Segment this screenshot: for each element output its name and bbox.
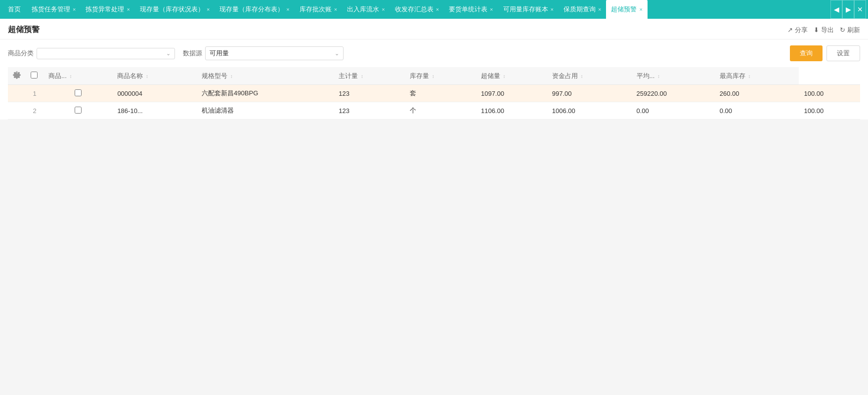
row-gear-1 bbox=[8, 102, 26, 119]
row-product-code-0: 0000004 bbox=[112, 85, 197, 102]
row-product-name-1: 机油滤清器 bbox=[197, 102, 334, 119]
row-unit-0: 套 bbox=[405, 85, 476, 102]
nav-tab-tab-7[interactable]: 收发存汇总表× bbox=[390, 0, 444, 19]
table-container: 商品... ↕ 商品名称 ↕ 规格型号 ↕ 主计量 ↕ bbox=[0, 67, 868, 119]
export-button[interactable]: ⬇ 导出 bbox=[814, 26, 834, 35]
col-header-stock: 库存量 ↕ bbox=[405, 67, 476, 85]
setting-button[interactable]: 设置 bbox=[826, 45, 860, 61]
col-header-max: 最高库存 ↕ bbox=[715, 67, 799, 85]
col-header-over: 超储量 ↕ bbox=[476, 67, 547, 85]
top-nav: 首页 拣货任务管理×拣货异常处理×现存量（库存状况表）×现存量（库存分布表）×库… bbox=[0, 0, 868, 19]
filter-datasource: 数据源 可用量 ⌄ bbox=[183, 46, 344, 60]
col-header-product-name: 商品名称 ↕ bbox=[112, 67, 197, 85]
sort-icon-over[interactable]: ↕ bbox=[503, 74, 506, 79]
nav-tab-tab-11[interactable]: 超储预警× bbox=[606, 0, 647, 19]
action-buttons: 查询 设置 bbox=[790, 45, 860, 61]
close-tab-tab-6[interactable]: × bbox=[382, 6, 385, 12]
sort-icon-product-code[interactable]: ↕ bbox=[69, 74, 72, 79]
data-table: 商品... ↕ 商品名称 ↕ 规格型号 ↕ 主计量 ↕ bbox=[8, 67, 860, 119]
row-product-code-1: 186-10... bbox=[112, 102, 197, 119]
product-category-chevron: ⌄ bbox=[166, 50, 171, 57]
row-product-name-0: 六配套新昌490BPG bbox=[197, 85, 334, 102]
col-header-spec: 规格型号 ↕ bbox=[197, 67, 334, 85]
query-button[interactable]: 查询 bbox=[790, 45, 823, 61]
row-max-1: 100.00 bbox=[799, 102, 860, 119]
col-header-product-code: 商品... ↕ bbox=[43, 67, 112, 85]
row-unit-1: 个 bbox=[405, 102, 476, 119]
col-header-avg: 平均... ↕ bbox=[632, 67, 715, 85]
nav-prev-arrow[interactable]: ◀ bbox=[830, 0, 842, 19]
row-checkbox-cell-1 bbox=[43, 102, 112, 119]
row-avg-1: 0.00 bbox=[715, 102, 799, 119]
nav-tab-tab-3[interactable]: 现存量（库存状况表）× bbox=[135, 0, 215, 19]
close-tab-tab-2[interactable]: × bbox=[127, 6, 130, 12]
nav-home[interactable]: 首页 bbox=[2, 5, 27, 14]
row-avg-0: 260.00 bbox=[715, 85, 799, 102]
refresh-button[interactable]: ↻ 刷新 bbox=[840, 26, 860, 35]
sort-icon-capital[interactable]: ↕ bbox=[580, 74, 583, 79]
col-gear bbox=[8, 67, 26, 85]
page-title: 超储预警 bbox=[8, 25, 40, 35]
nav-tab-tab-2[interactable]: 拣货异常处理× bbox=[81, 0, 134, 19]
close-tab-tab-11[interactable]: × bbox=[639, 6, 642, 12]
col-header-capital: 资金占用 ↕ bbox=[547, 67, 632, 85]
table-header: 商品... ↕ 商品名称 ↕ 规格型号 ↕ 主计量 ↕ bbox=[8, 67, 860, 85]
nav-next-arrow[interactable]: ▶ bbox=[842, 0, 854, 19]
row-max-0: 100.00 bbox=[799, 85, 860, 102]
close-tab-tab-7[interactable]: × bbox=[436, 6, 439, 12]
row-gear-0 bbox=[8, 85, 26, 102]
nav-tab-tab-6[interactable]: 出入库流水× bbox=[342, 0, 390, 19]
product-category-label: 商品分类 bbox=[8, 49, 34, 58]
sort-icon-stock[interactable]: ↕ bbox=[432, 74, 434, 79]
close-tab-tab-10[interactable]: × bbox=[598, 6, 601, 12]
page-header: 超储预警 ↗ 分享 ⬇ 导出 ↻ 刷新 bbox=[0, 19, 868, 40]
nav-tab-tab-5[interactable]: 库存批次账× bbox=[295, 0, 342, 19]
select-all-checkbox[interactable] bbox=[31, 72, 38, 79]
sort-icon-product-name[interactable]: ↕ bbox=[146, 74, 148, 79]
table-row: 2 186-10... 机油滤清器 123 个 1106.00 1006.00 … bbox=[8, 102, 860, 119]
row-spec-1: 123 bbox=[334, 102, 405, 119]
datasource-select[interactable]: 可用量 ⌄ bbox=[205, 46, 344, 60]
row-num-0: 1 bbox=[26, 85, 43, 102]
row-stock-0: 1097.00 bbox=[476, 85, 547, 102]
col-header-checkbox bbox=[26, 67, 43, 85]
close-tab-tab-9[interactable]: × bbox=[551, 6, 554, 12]
close-tab-tab-1[interactable]: × bbox=[73, 6, 76, 12]
share-button[interactable]: ↗ 分享 bbox=[787, 26, 808, 35]
refresh-icon: ↻ bbox=[840, 26, 845, 34]
row-checkbox-1[interactable] bbox=[75, 107, 82, 114]
col-header-unit: 主计量 ↕ bbox=[334, 67, 405, 85]
row-checkbox-0[interactable] bbox=[75, 89, 82, 96]
product-category-select[interactable]: ⌄ bbox=[37, 48, 175, 59]
datasource-label: 数据源 bbox=[183, 49, 202, 58]
nav-tab-tab-10[interactable]: 保质期查询× bbox=[559, 0, 606, 19]
table-body: 1 0000004 六配套新昌490BPG 123 套 1097.00 997.… bbox=[8, 85, 860, 119]
nav-tabs: 拣货任务管理×拣货异常处理×现存量（库存状况表）×现存量（库存分布表）×库存批次… bbox=[27, 0, 648, 19]
row-over-1: 1006.00 bbox=[547, 102, 632, 119]
header-actions: ↗ 分享 ⬇ 导出 ↻ 刷新 bbox=[787, 26, 860, 35]
sort-icon-unit[interactable]: ↕ bbox=[361, 74, 363, 79]
sort-icon-avg[interactable]: ↕ bbox=[657, 74, 660, 79]
nav-tab-tab-4[interactable]: 现存量（库存分布表）× bbox=[215, 0, 294, 19]
page-container: 超储预警 ↗ 分享 ⬇ 导出 ↻ 刷新 商品分类 ⌄ 数据源 bbox=[0, 19, 868, 119]
close-tab-tab-3[interactable]: × bbox=[207, 6, 210, 12]
row-spec-0: 123 bbox=[334, 85, 405, 102]
close-tab-tab-8[interactable]: × bbox=[490, 6, 493, 12]
export-icon: ⬇ bbox=[814, 26, 819, 34]
table-row: 1 0000004 六配套新昌490BPG 123 套 1097.00 997.… bbox=[8, 85, 860, 102]
nav-tab-tab-9[interactable]: 可用量库存账本× bbox=[498, 0, 559, 19]
close-tab-tab-4[interactable]: × bbox=[286, 6, 289, 12]
filter-area: 商品分类 ⌄ 数据源 可用量 ⌄ 查询 设置 bbox=[0, 40, 868, 67]
nav-tab-tab-1[interactable]: 拣货任务管理× bbox=[27, 0, 81, 19]
sort-icon-spec[interactable]: ↕ bbox=[230, 74, 233, 79]
gear-icon[interactable] bbox=[13, 71, 21, 79]
row-over-0: 997.00 bbox=[547, 85, 632, 102]
share-icon: ↗ bbox=[787, 26, 793, 34]
row-capital-0: 259220.00 bbox=[632, 85, 715, 102]
row-capital-1: 0.00 bbox=[632, 102, 715, 119]
nav-arrows: ◀ ▶ ✕ bbox=[830, 0, 866, 19]
nav-tab-tab-8[interactable]: 要货单统计表× bbox=[444, 0, 498, 19]
nav-close-arrow[interactable]: ✕ bbox=[854, 0, 866, 19]
close-tab-tab-5[interactable]: × bbox=[334, 6, 337, 12]
sort-icon-max[interactable]: ↕ bbox=[748, 74, 750, 79]
